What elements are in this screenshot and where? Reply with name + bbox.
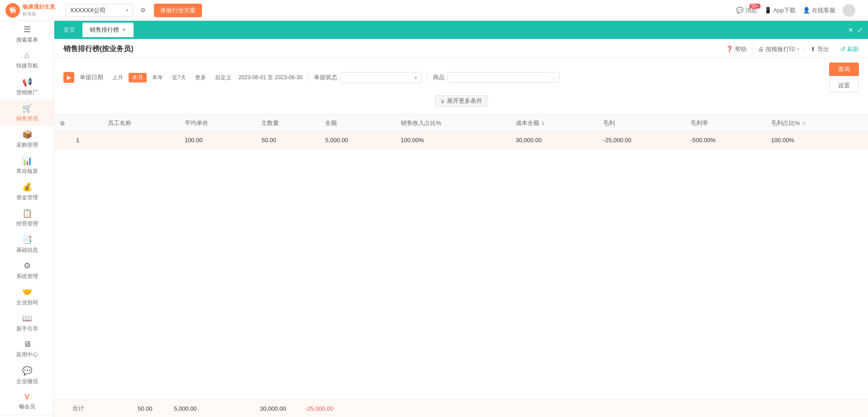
help-icon: ❓ [726,46,733,53]
sidebar-item-basic-info[interactable]: 📑 基础信息 [0,231,54,257]
sidebar-label-app-center: 应用中心 [16,351,38,359]
cell-avg-price: 100.00 [179,132,256,149]
sidebar-item-purchase[interactable]: 📦 采购管理 [0,126,54,152]
th-amount: 全额 [320,115,395,132]
date-opt-7days[interactable]: 近7天 [168,73,190,82]
footer-profit: -25,000.00 [300,405,345,412]
sidebar: ☰ 搜索菜单 ⌂ 快捷导航 📢 营销推广 🛒 销售管理 📦 采购管理 📊 库存核… [0,21,54,417]
sidebar-item-search-menu[interactable]: ☰ 搜索菜单 [0,21,54,47]
sidebar-item-member[interactable]: V 畅会员 [0,388,54,415]
date-range-display: 2023-06-01 至 2023-06-30 [239,74,302,81]
table-area: ⚙ 员工名称 平均单价 主数量 全额 销售收入占比% 成本全额 ℹ 毛利 毛利率… [54,115,868,399]
th-profit: 毛利 [598,115,685,132]
divider-1 [752,46,753,53]
trial-button[interactable]: 体验行业方案 [154,4,202,17]
sidebar-item-management[interactable]: 📋 经营管理 [0,205,54,231]
avatar[interactable] [843,4,855,17]
cell-cost: 30,000.00 [510,132,598,149]
chevron-down-icon: ▾ [126,8,128,13]
filter-expand-arrow[interactable]: ▶ [63,72,74,83]
export-button[interactable]: ⬆ 导出 [810,45,829,53]
cell-profit: -25,000.00 [598,132,685,149]
print-label: 按模板打印 [766,45,795,53]
company-selector[interactable]: XXXXXX公司 ▾ [65,4,133,17]
sales-icon: 🛒 [22,103,32,113]
logo-sub: 标准版 [23,11,55,17]
expand-row: ∨ 展开更多条件 [63,92,859,110]
goods-more-icon[interactable]: ... [551,74,556,81]
refresh-label: 刷新 [847,45,859,53]
date-opt-more[interactable]: 更多 [192,73,210,82]
message-button[interactable]: 💬 消息 99+ [736,6,757,14]
top-right: 💬 消息 99+ 📱 App下载 👤 在线客服 [736,4,863,17]
sidebar-item-enterprise[interactable]: 🤝 企业协同 [0,283,54,310]
purchase-icon: 📦 [22,129,32,139]
member-icon: V [24,393,29,401]
settings-icon[interactable]: ⚙ [137,4,149,17]
tab-bar: 首页 销售排行榜 ✕ ✕ ⤢ [54,21,868,39]
cost-info-icon[interactable]: ℹ [542,120,544,126]
sidebar-item-guide[interactable]: 📖 新手引导 [0,310,54,336]
settings-button[interactable]: 设置 [829,79,859,92]
close-window-icon[interactable]: ✕ [848,26,854,34]
sort-icon[interactable]: ⇅ [802,121,806,126]
tab-close-icon[interactable]: ✕ [122,27,126,33]
date-options: 上月 本月 本年 近7天 更多 自定义 2023-06-01 至 2023-06… [109,73,302,82]
date-opt-last-month[interactable]: 上月 [109,73,127,82]
refresh-button[interactable]: ↺ 刷新 [840,45,859,53]
active-tab-label: 销售排行榜 [90,26,119,34]
cell-rank: 1 [71,132,102,149]
sidebar-label-finance: 资金管理 [16,194,38,201]
footer-cells: 50.00 5,000.00 30,000.00 -25,000.00 [96,405,863,412]
logo-area: 畅 畅康通好生意 标准版 [5,3,60,18]
sidebar-item-finance[interactable]: 💰 资金管理 [0,178,54,205]
content-area: 首页 销售排行榜 ✕ ✕ ⤢ 销售排行榜(按业务员) ❓ 帮助 [54,21,868,417]
main-layout: ☰ 搜索菜单 ⌂ 快捷导航 📢 营销推广 🛒 销售管理 📦 采购管理 📊 库存核… [0,21,868,417]
sidebar-label-quick-nav: 快捷导航 [16,62,38,70]
filter-sep-2 [427,72,427,83]
sidebar-label-marketing: 营销推广 [16,89,38,96]
help-label: 帮助 [735,45,747,53]
expand-more-button[interactable]: ∨ 展开更多条件 [435,95,488,107]
footer-avg-price [96,405,132,412]
tab-home[interactable]: 首页 [56,23,82,37]
sidebar-item-system[interactable]: ⚙ 系统管理 [0,257,54,283]
online-service-button[interactable]: 👤 在线客服 [803,6,835,14]
help-button[interactable]: ❓ 帮助 [726,45,747,53]
quick-nav-icon: ⌂ [24,51,29,60]
sidebar-item-weixin[interactable]: 💬 企业微信 [0,362,54,388]
date-opt-this-month[interactable]: 本月 [129,73,147,82]
date-opt-this-year[interactable]: 本年 [149,73,167,82]
app-download-button[interactable]: 📱 App下载 [764,6,796,14]
sidebar-item-marketing[interactable]: 📢 营销推广 [0,73,54,100]
marketing-icon: 📢 [22,77,32,87]
th-name: 员工名称 [102,115,179,132]
filter-area: ▶ 单据日期 上月 本月 本年 近7天 更多 自定义 2023-06-01 至 … [54,58,868,115]
sidebar-item-inventory[interactable]: 📊 库存核算 [0,152,54,178]
status-filter-label: 单据状态 [314,73,337,81]
tab-sales-ranking[interactable]: 销售排行榜 ✕ [82,23,134,37]
refresh-icon: ↺ [840,46,845,53]
maximize-window-icon[interactable]: ⤢ [857,26,863,34]
page-content: 销售排行榜(按业务员) ❓ 帮助 🖨 按模板打印 ▾ ⬆ [54,39,868,417]
expand-label: 展开更多条件 [447,97,482,105]
query-button[interactable]: 查询 [829,62,859,76]
goods-select-box[interactable]: ... [447,72,560,83]
footer-sales-pct [209,405,254,412]
goods-filter-label: 商品 [433,73,445,81]
page-actions: ❓ 帮助 🖨 按模板打印 ▾ ⬆ 导出 [726,45,859,53]
table-body: 1 100.00 50.00 5,000.00 100.00% 30,000.0… [54,132,868,149]
sidebar-item-quick-nav[interactable]: ⌂ 快捷导航 [0,47,54,73]
status-select-box[interactable]: ▾ [340,72,422,83]
footer-label: 合计 [60,404,96,412]
cell-profit-pct: 100.00% [766,132,868,149]
export-icon: ⬆ [810,46,815,53]
table-footer: 合计 50.00 5,000.00 30,000.00 -25,000.00 [54,399,868,417]
th-profit-rate: 毛利率 [685,115,766,132]
print-button[interactable]: 🖨 按模板打印 ▾ [758,45,799,53]
page-header: 销售排行榜(按业务员) ❓ 帮助 🖨 按模板打印 ▾ ⬆ [54,39,868,58]
service-label: 在线客服 [812,6,835,14]
date-opt-custom[interactable]: 自定义 [211,73,235,82]
sidebar-item-sales[interactable]: 🛒 销售管理 [0,100,54,126]
sidebar-item-app-center[interactable]: 🖥 应用中心 [0,336,54,362]
